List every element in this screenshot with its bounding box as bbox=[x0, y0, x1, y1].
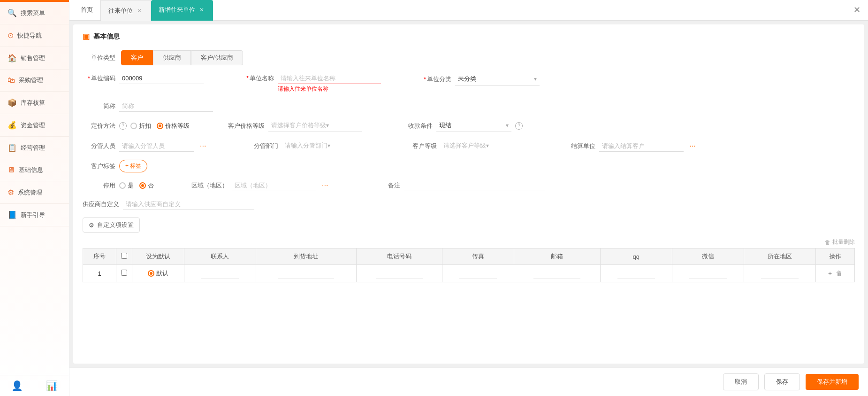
payment-terms-select[interactable]: 现结 ▾ bbox=[436, 119, 511, 132]
customer-price-level-field: 客户价格等级 请选择客户价格等级 ▾ bbox=[227, 119, 362, 132]
department-select[interactable]: 请输入分管部门 ▾ bbox=[282, 140, 366, 152]
cell-wechat[interactable] bbox=[672, 265, 744, 282]
address-input[interactable] bbox=[278, 268, 334, 279]
sidebar-item-basic-info[interactable]: 🖥 基础信息 bbox=[0, 159, 69, 181]
close-tab-trading-unit[interactable]: ✕ bbox=[136, 7, 143, 15]
fax-input[interactable] bbox=[459, 268, 497, 279]
close-tab-new-trading-unit[interactable]: ✕ bbox=[198, 6, 206, 14]
cell-address[interactable] bbox=[256, 265, 356, 282]
disabled-yes[interactable]: 是 bbox=[119, 181, 134, 190]
unit-code-input[interactable] bbox=[119, 73, 204, 84]
batch-delete-label[interactable]: 批量删除 bbox=[832, 238, 855, 246]
add-tag-button[interactable]: + 标签 bbox=[119, 160, 147, 172]
sidebar-item-label: 新手引导 bbox=[21, 211, 45, 219]
close-all-tabs-button[interactable]: ✕ bbox=[853, 5, 860, 15]
sidebar-item-quick-nav[interactable]: ⊙ 快捷导航 bbox=[0, 24, 69, 47]
cell-region[interactable] bbox=[744, 265, 815, 282]
unit-category-select[interactable]: 未分类 ▾ bbox=[455, 73, 540, 85]
tab-home[interactable]: 首页 bbox=[73, 0, 100, 21]
manager-input[interactable] bbox=[119, 140, 194, 152]
email-input[interactable] bbox=[533, 268, 580, 279]
sidebar-item-label: 基础信息 bbox=[19, 166, 43, 174]
type-btn-both[interactable]: 客户/供应商 bbox=[191, 50, 243, 65]
region-more-icon[interactable]: ··· bbox=[320, 181, 330, 190]
search-icon: 🔍 bbox=[8, 8, 17, 17]
row-region-input[interactable] bbox=[761, 268, 799, 279]
customer-price-level-placeholder: 请选择客户价格等级 bbox=[271, 121, 326, 130]
type-btn-customer[interactable]: 客户 bbox=[121, 50, 153, 65]
manager-more-icon[interactable]: ··· bbox=[198, 142, 208, 150]
delete-row-button[interactable]: 🗑 bbox=[835, 270, 843, 277]
region-input[interactable] bbox=[232, 180, 316, 191]
phone-input[interactable] bbox=[376, 268, 423, 279]
pricing-method-discount[interactable]: 折扣 bbox=[130, 122, 151, 130]
pricing-method-help-icon[interactable]: ? bbox=[119, 122, 127, 130]
sidebar-item-guide[interactable]: 📘 新手引导 bbox=[0, 204, 69, 226]
disabled-no[interactable]: 否 bbox=[139, 181, 154, 190]
home-icon: ⊙ bbox=[8, 31, 14, 40]
sidebar-bottom-icon1[interactable]: 👤 bbox=[0, 375, 35, 396]
select-all-checkbox[interactable] bbox=[121, 253, 127, 259]
guide-icon: 📘 bbox=[8, 210, 17, 219]
short-name-input[interactable] bbox=[119, 101, 213, 112]
tab-trading-unit[interactable]: 往来单位 ✕ bbox=[100, 0, 151, 21]
pricing-method-level[interactable]: 价格等级 bbox=[157, 122, 190, 130]
unit-name-input[interactable] bbox=[278, 73, 381, 84]
default-label: 默认 bbox=[156, 269, 168, 278]
wechat-input[interactable] bbox=[689, 268, 727, 279]
pricing-method-level-label: 价格等级 bbox=[165, 122, 190, 130]
radio-discount bbox=[130, 123, 137, 129]
save-and-new-button[interactable]: 保存并新增 bbox=[806, 374, 859, 390]
sidebar-item-label: 资金管理 bbox=[21, 121, 45, 130]
gear-icon: ⚙ bbox=[89, 222, 94, 229]
sidebar-item-operations[interactable]: 📋 经营管理 bbox=[0, 137, 69, 159]
tab-new-trading-unit[interactable]: 新增往来单位 ✕ bbox=[151, 0, 213, 21]
sidebar-item-label: 系统管理 bbox=[18, 188, 42, 197]
col-phone: 电话号码 bbox=[356, 248, 442, 265]
supplier-custom-label: 供应商自定义 bbox=[83, 200, 119, 209]
customer-level-field: 客户等级 请选择客户等级 ▾ bbox=[404, 140, 525, 152]
col-email: 邮箱 bbox=[514, 248, 600, 265]
cell-contact[interactable] bbox=[184, 265, 256, 282]
add-row-button[interactable]: + bbox=[827, 270, 833, 277]
chevron-down-icon2: ▾ bbox=[326, 122, 329, 129]
settlement-unit-more-icon[interactable]: ··· bbox=[687, 142, 697, 150]
cell-seq: 1 bbox=[83, 265, 116, 282]
remark-input[interactable] bbox=[404, 180, 545, 191]
remark-field: 备注 bbox=[367, 180, 855, 191]
sidebar-bottom-icon2[interactable]: 📊 bbox=[35, 375, 69, 396]
settlement-unit-input[interactable] bbox=[599, 140, 684, 152]
sidebar-item-purchase[interactable]: 🛍 采购管理 bbox=[0, 70, 69, 92]
cancel-button[interactable]: 取消 bbox=[723, 373, 759, 390]
cell-phone[interactable] bbox=[356, 265, 442, 282]
cell-fax[interactable] bbox=[442, 265, 514, 282]
customer-level-label: 客户等级 bbox=[404, 142, 437, 150]
row-checkbox[interactable] bbox=[121, 270, 127, 276]
type-btn-supplier[interactable]: 供应商 bbox=[153, 50, 191, 65]
sidebar-item-inventory[interactable]: 📦 库存核算 bbox=[0, 92, 69, 114]
manager-label: 分管人员 bbox=[83, 142, 115, 150]
sidebar-item-search[interactable]: 🔍 搜索菜单 bbox=[0, 2, 69, 24]
supplier-custom-input[interactable] bbox=[123, 199, 254, 210]
row-default-radio[interactable]: 默认 bbox=[137, 269, 179, 278]
supplier-custom-row: 供应商自定义 bbox=[83, 199, 855, 210]
qq-input[interactable] bbox=[617, 268, 655, 279]
cell-email[interactable] bbox=[514, 265, 600, 282]
save-button[interactable]: 保存 bbox=[764, 373, 800, 390]
inventory-icon: 📦 bbox=[8, 98, 17, 107]
customer-price-level-select[interactable]: 请选择客户价格等级 ▾ bbox=[268, 119, 362, 132]
sidebar-item-sales[interactable]: 🏠 销售管理 bbox=[0, 47, 69, 70]
region-label: 区域（地区） bbox=[191, 181, 228, 190]
payment-terms-help-icon[interactable]: ? bbox=[515, 122, 523, 130]
customer-level-select[interactable]: 请选择客户等级 ▾ bbox=[441, 140, 525, 152]
unit-code-field: *单位编码 bbox=[83, 73, 204, 84]
contact-input[interactable] bbox=[201, 268, 239, 279]
cell-check[interactable] bbox=[116, 265, 132, 282]
cell-qq[interactable] bbox=[600, 265, 672, 282]
sidebar-item-system[interactable]: ⚙ 系统管理 bbox=[0, 181, 69, 204]
customer-level-placeholder: 请选择客户等级 bbox=[443, 141, 486, 150]
custom-settings-button[interactable]: ⚙ 自定义项设置 bbox=[83, 217, 140, 233]
sidebar-item-finance[interactable]: 💰 资金管理 bbox=[0, 114, 69, 137]
customer-price-level-label: 客户价格等级 bbox=[227, 122, 265, 130]
region-field: 区域（地区） ··· bbox=[191, 180, 330, 191]
